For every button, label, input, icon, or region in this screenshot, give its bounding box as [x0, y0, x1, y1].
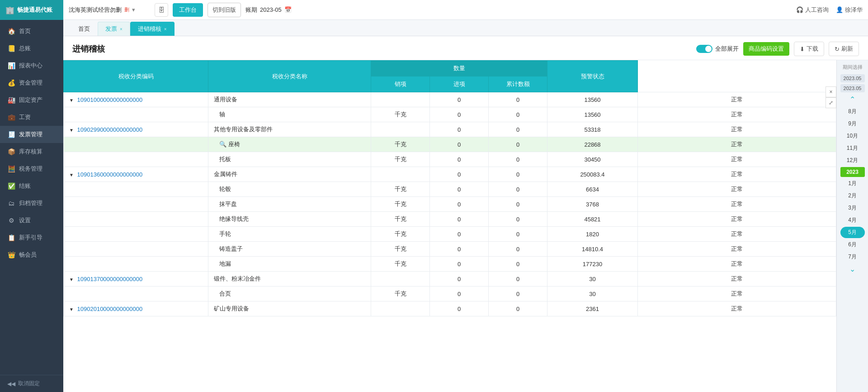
refresh-button[interactable]: ↻ 刷新 [829, 42, 859, 56]
period-month-12[interactable]: 12月 [840, 155, 865, 166]
sidebar-item-finance[interactable]: 💰 资金管理 [0, 74, 63, 91]
close-panel-button[interactable]: × [826, 86, 836, 97]
period-month-1[interactable]: 1月 [840, 178, 865, 189]
collapse-icon[interactable]: ▼ [69, 172, 74, 177]
cell-status: 正常 [638, 107, 836, 122]
expand-all-toggle[interactable]: 全部展开 [696, 45, 739, 53]
sidebar-item-inventory[interactable]: 📦 库存核算 [0, 143, 63, 160]
cell-sales: 0 [430, 167, 489, 182]
table-row[interactable]: 🔍座椅 千克 0 0 22868 正常 [64, 137, 836, 152]
table-row[interactable]: 地漏 千克 0 0 177230 正常 [64, 257, 836, 272]
calendar-icon[interactable]: 📅 [284, 6, 292, 13]
expand-panel-button[interactable]: ⤢ [826, 97, 836, 108]
cell-status: 正常 [638, 182, 836, 197]
period-month-11[interactable]: 11月 [840, 143, 865, 154]
sidebar-item-invoice[interactable]: 🧾 发票管理 [0, 126, 63, 143]
cell-sales: 0 [430, 197, 489, 212]
cell-status: 正常 [638, 257, 836, 272]
reconcile-table: 税收分类编码 税收分类名称 数量 预警状态 销项 进项 累计数额 [63, 60, 836, 316]
sidebar-item-assets[interactable]: 🏭 固定资产 [0, 91, 63, 109]
sidebar-item-guide[interactable]: 📋 新手引导 [0, 229, 63, 246]
cell-total: 30450 [547, 152, 638, 167]
table-row[interactable]: 铸造盖子 千克 0 0 14810.4 正常 [64, 242, 836, 257]
archive-button[interactable]: 🗄 [155, 3, 168, 17]
sidebar-item-home[interactable]: 🏠 首页 [0, 23, 63, 40]
tab-reconcile[interactable]: 进销稽核 × [130, 22, 175, 36]
period-month-7[interactable]: 7月 [840, 251, 865, 263]
scroll-down-arrow[interactable]: ⌄ [848, 263, 857, 275]
collapse-icon[interactable]: ▼ [69, 307, 74, 312]
table-row[interactable]: 合页 千克 0 0 30 正常 [64, 287, 836, 301]
tab-invoice-close[interactable]: × [120, 27, 123, 32]
period-month-10[interactable]: 10月 [840, 130, 865, 142]
cell-purchase: 0 [489, 182, 547, 197]
table-container[interactable]: 税收分类编码 税收分类名称 数量 预警状态 销项 进项 累计数额 [63, 60, 836, 392]
period-year-label-2[interactable]: 2023.05 [840, 84, 865, 92]
period-month-6[interactable]: 6月 [840, 239, 865, 250]
period-month-5[interactable]: 5月 [840, 227, 865, 238]
collapse-icon[interactable]: ▼ [69, 277, 74, 282]
sidebar-item-tax[interactable]: 🧮 税务管理 [0, 160, 63, 177]
cell-tax-code: ▼ 10902990000000000000 [64, 122, 208, 137]
product-setting-button[interactable]: 商品编码设置 [743, 42, 789, 56]
period-month-9[interactable]: 9月 [840, 118, 865, 129]
sidebar-item-settings[interactable]: ⚙ 设置 [0, 212, 63, 229]
table-row[interactable]: 手轮 千克 0 0 1820 正常 [64, 227, 836, 242]
service-button[interactable]: 🎧 人工咨询 [796, 6, 829, 14]
table-row[interactable]: ▼ 10902990000000000000 其他专用设备及零部件 0 0 53… [64, 122, 836, 137]
cell-tax-code [64, 197, 208, 212]
cell-total: 22868 [547, 137, 638, 152]
period-month-4[interactable]: 4月 [840, 215, 865, 226]
table-row[interactable]: ▼ 10901000000000000000 通用设备 0 0 13560 正常 [64, 92, 836, 107]
workspace-button[interactable]: 工作台 [173, 3, 203, 17]
sidebar-item-member[interactable]: 👑 畅会员 [0, 246, 63, 263]
download-button[interactable]: ⬇ 下载 [794, 42, 824, 56]
table-row[interactable]: ▼ 10902010000000000000 矿山专用设备 0 0 2361 正… [64, 301, 836, 316]
tab-invoice[interactable]: 发票 × [98, 22, 130, 36]
sidebar-item-archive[interactable]: 🗂 归档管理 [0, 195, 63, 212]
payroll-icon: 💼 [7, 114, 15, 121]
company-dropdown-icon[interactable]: ▾ [132, 6, 135, 13]
table-row[interactable]: ▼ 10901370000000000000 锻件、粉末冶金件 0 0 30 正… [64, 272, 836, 287]
tab-home[interactable]: 首页 [71, 22, 98, 36]
period-month-2[interactable]: 2月 [840, 190, 865, 201]
collapse-icon[interactable]: ▼ [69, 98, 74, 103]
tab-invoice-label: 发票 [105, 25, 117, 33]
period-value: 2023-05 [260, 6, 282, 13]
table-row[interactable]: 绝缘导线壳 千克 0 0 45821 正常 [64, 212, 836, 227]
settings-icon: ⚙ [7, 217, 15, 224]
sidebar-item-reports[interactable]: 📊 报表中心 [0, 57, 63, 74]
period-month-8[interactable]: 8月 [840, 106, 865, 117]
table-row[interactable]: 抹平盘 千克 0 0 3768 正常 [64, 197, 836, 212]
scroll-up-arrow[interactable]: ⌃ [848, 93, 857, 105]
sidebar-item-inventory-label: 库存核算 [19, 148, 42, 156]
expand-all-label: 全部展开 [715, 45, 739, 53]
table-row[interactable]: 轮毂 千克 0 0 6634 正常 [64, 182, 836, 197]
sidebar-footer-pin[interactable]: ◀◀ 取消固定 [0, 375, 63, 392]
tab-reconcile-close[interactable]: × [164, 27, 167, 32]
inventory-icon: 📦 [7, 148, 15, 155]
sidebar-item-payroll[interactable]: 💼 工资 [0, 109, 63, 126]
cell-status: 正常 [638, 152, 836, 167]
table-row[interactable]: ▼ 10901360000000000000 金属铸件 0 0 250083.4… [64, 167, 836, 182]
sidebar-item-finance-label: 资金管理 [19, 79, 42, 87]
collapse-icon[interactable]: ▼ [69, 128, 74, 133]
table-row[interactable]: 轴 千克 0 0 13560 正常 [64, 107, 836, 122]
user-menu[interactable]: 👤 徐泽华 [836, 6, 863, 14]
tax-icon: 🧮 [7, 165, 15, 172]
period-year-2023[interactable]: 2023 [840, 167, 865, 177]
toggle-track[interactable] [696, 45, 712, 53]
period-title: 期间选择 [843, 64, 863, 71]
period-month-3[interactable]: 3月 [840, 202, 865, 214]
cell-unit: 千克 [371, 182, 430, 197]
period-year-label-1[interactable]: 2023.05 [840, 74, 865, 82]
cell-unit: 千克 [371, 257, 430, 272]
table-row[interactable]: 托板 千克 0 0 30450 正常 [64, 152, 836, 167]
sidebar-item-checkout[interactable]: ✅ 结账 [0, 177, 63, 195]
cell-total: 13560 [547, 92, 638, 107]
cell-status: 正常 [638, 167, 836, 182]
company-selector[interactable]: 沈海英测试经营勿删 删 ▾ [69, 6, 150, 14]
old-version-button[interactable]: 切到旧版 [208, 3, 241, 17]
cell-sales: 0 [430, 301, 489, 316]
sidebar-item-ledger[interactable]: 📒 总账 [0, 40, 63, 57]
